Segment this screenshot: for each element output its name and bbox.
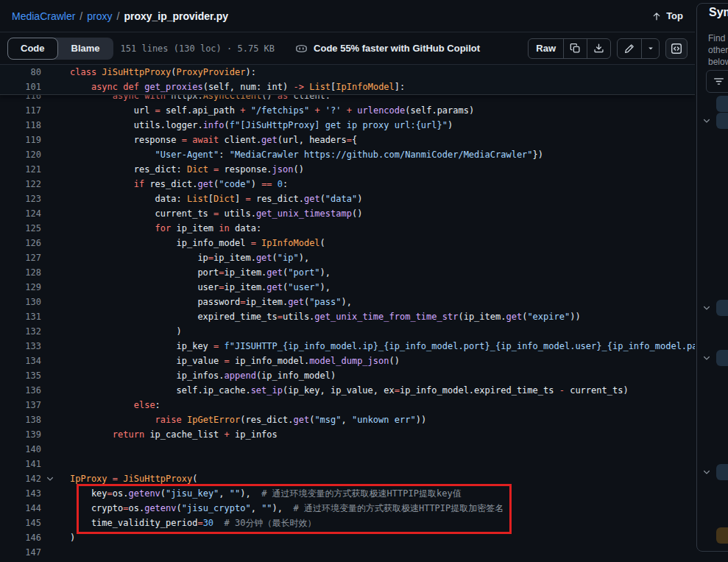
breadcrumb-folder-link[interactable]: proxy [87, 10, 112, 22]
fold-gutter [41, 206, 59, 221]
fold-toggle-chevron-down-icon[interactable] [41, 471, 59, 486]
line-number[interactable]: 126 [0, 236, 41, 250]
copy-raw-content-button[interactable] [563, 39, 587, 58]
fold-gutter [41, 236, 59, 250]
tab-blame[interactable]: Blame [58, 38, 113, 60]
line-number[interactable]: 133 [0, 339, 41, 354]
symbols-panel-toggle-button[interactable] [665, 38, 688, 59]
line-number[interactable]: 129 [0, 280, 41, 295]
line-number[interactable]: 142 [0, 471, 41, 486]
line-number[interactable]: 101 [0, 80, 41, 94]
line-number[interactable]: 128 [0, 265, 41, 280]
line-number[interactable]: 140 [0, 442, 41, 457]
code-line: 139 return ip_cache_list + ip_infos [0, 427, 695, 442]
code-text: response = await client.get(url, headers… [59, 133, 695, 147]
chevron-down-icon[interactable] [702, 354, 711, 362]
line-number[interactable]: 141 [0, 457, 41, 471]
code-text: current_ts = utils.get_unix_timestamp() [59, 206, 695, 221]
symbols-panel-description: Find definitions and references for func… [708, 32, 728, 68]
fold-gutter [41, 516, 59, 530]
line-number[interactable]: 121 [0, 162, 41, 177]
line-number[interactable]: 80 [0, 65, 41, 80]
symbol-kind-badge[interactable] [716, 350, 728, 366]
symbol-tree-row [695, 96, 728, 112]
code-line: 119 response = await client.get(url, hea… [0, 133, 695, 147]
symbol-tree-row [695, 350, 728, 366]
line-number[interactable]: 117 [0, 103, 41, 118]
code-line: 135 ip_infos.append(ip_info_model) [0, 368, 695, 383]
fold-gutter [41, 192, 59, 206]
file-meta-info: 151 lines (130 loc) · 5.75 KB [121, 43, 275, 54]
chevron-down-icon[interactable] [702, 468, 711, 477]
fold-gutter [41, 147, 59, 162]
edit-file-button[interactable] [618, 39, 641, 58]
line-number[interactable]: 145 [0, 516, 41, 530]
line-number[interactable]: 137 [0, 398, 41, 412]
code-text: "User-Agent": "MediaCrawler https://gith… [59, 147, 695, 162]
line-number[interactable]: 120 [0, 147, 41, 162]
line-number[interactable]: 147 [0, 545, 41, 560]
filter-icon [713, 76, 724, 87]
tab-code[interactable]: Code [7, 38, 58, 60]
symbol-kind-badge[interactable] [716, 464, 728, 480]
chevron-down-icon[interactable] [702, 116, 711, 125]
line-number[interactable]: 144 [0, 501, 41, 516]
symbol-kind-badge[interactable] [716, 96, 728, 112]
back-to-top-link[interactable]: Top [651, 10, 683, 21]
line-number[interactable]: 125 [0, 221, 41, 236]
pencil-icon [624, 43, 635, 54]
sticky-scope-lines: 80class JiSuHttpProxy(ProxyProvider):101… [0, 65, 695, 95]
code-line: 138 raise IpGetError(res_dict.get("msg",… [0, 412, 695, 427]
line-number[interactable]: 146 [0, 530, 41, 545]
fold-gutter [41, 442, 59, 457]
download-button[interactable] [587, 39, 610, 58]
symbol-kind-badge[interactable] [716, 113, 728, 129]
line-number[interactable]: 134 [0, 354, 41, 368]
line-number[interactable]: 118 [0, 118, 41, 133]
edit-dropdown-button[interactable] [641, 39, 659, 58]
symbol-kind-badge[interactable] [716, 527, 728, 544]
chevron-down-icon[interactable] [702, 303, 711, 312]
code-text: ip_value = ip_info_model.model_dump_json… [59, 354, 695, 368]
line-number[interactable]: 136 [0, 383, 41, 398]
fold-gutter [41, 265, 59, 280]
fold-gutter [41, 427, 59, 442]
copilot-banner-link[interactable]: Code 55% faster with GitHub Copilot [295, 42, 480, 55]
fold-gutter [41, 339, 59, 354]
line-number[interactable]: 123 [0, 192, 41, 206]
code-text [59, 442, 695, 457]
code-text: res_dict: Dict = response.json() [59, 162, 695, 177]
symbols-filter-button[interactable] [706, 70, 728, 93]
raw-button[interactable]: Raw [529, 39, 563, 58]
fold-gutter [41, 177, 59, 192]
fold-gutter [41, 65, 59, 80]
breadcrumb-repo-link[interactable]: MediaCrawler [12, 10, 75, 22]
line-number[interactable]: 135 [0, 368, 41, 383]
line-number[interactable]: 127 [0, 250, 41, 265]
code-line: 80class JiSuHttpProxy(ProxyProvider): [0, 65, 695, 80]
symbol-kind-badge[interactable] [716, 300, 728, 316]
fold-gutter [41, 398, 59, 412]
code-line: 122 if res_dict.get("code") == 0: [0, 177, 695, 192]
line-number[interactable]: 130 [0, 295, 41, 309]
line-number[interactable]: 143 [0, 486, 41, 501]
line-number[interactable]: 119 [0, 133, 41, 147]
github-code-view: MediaCrawler / proxy / proxy_ip_provider… [0, 0, 728, 562]
fold-gutter [41, 457, 59, 471]
fold-gutter [41, 118, 59, 133]
code-text: ip_info_model = IpInfoModel( [59, 236, 695, 250]
fold-gutter [41, 354, 59, 368]
code-line: 133 ip_key = f"JISUHTTP_{ip_info_model.i… [0, 339, 695, 354]
line-number[interactable]: 122 [0, 177, 41, 192]
line-number[interactable]: 124 [0, 206, 41, 221]
code-line: 124 current_ts = utils.get_unix_timestam… [0, 206, 695, 221]
line-number[interactable]: 139 [0, 427, 41, 442]
code-text: if res_dict.get("code") == 0: [59, 177, 695, 192]
symbol-tree-row [695, 464, 728, 480]
line-number[interactable]: 131 [0, 309, 41, 324]
fold-gutter [41, 80, 59, 94]
line-number[interactable]: 138 [0, 412, 41, 427]
code-text: url = self.api_path + "/fetchips" + '?' … [59, 103, 695, 118]
line-number[interactable]: 132 [0, 324, 41, 339]
code-line: 101 async def get_proxies(self, num: int… [0, 80, 695, 94]
